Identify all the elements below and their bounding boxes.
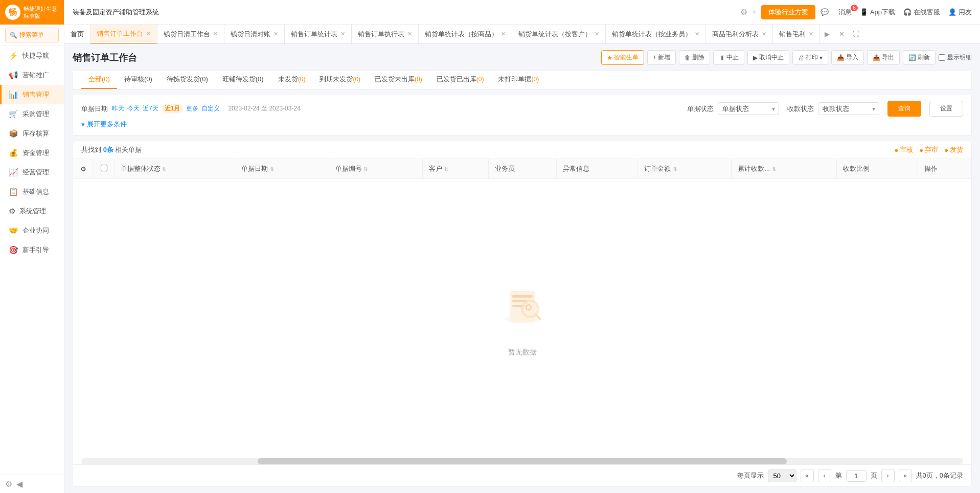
tab-close-all-button[interactable]: ✕	[834, 25, 849, 44]
shortcut-yesterday[interactable]: 昨天	[112, 104, 124, 113]
th-status[interactable]: 单据整体状态 ⇅	[114, 159, 235, 179]
sidebar-item-sales[interactable]: 📊 销售管理	[0, 85, 64, 104]
sidebar-item-enterprise[interactable]: 🤝 企业协同	[0, 221, 64, 240]
th-amount[interactable]: 订单金额 ⇅	[637, 159, 731, 179]
tab-close-reconcile[interactable]: ✕	[274, 31, 278, 37]
th-checkbox[interactable]	[94, 159, 114, 179]
shortcut-7days[interactable]: 近7天	[143, 104, 158, 113]
th-accumulated[interactable]: 累计收款... ⇅	[732, 159, 837, 179]
prev-page-button[interactable]: ‹	[818, 469, 831, 482]
smart-create-button[interactable]: ★ 智能生单	[601, 50, 644, 65]
tab-close-sales-by-staff[interactable]: ✕	[695, 31, 699, 37]
sub-tab-pending-review[interactable]: 待审核(0)	[117, 71, 159, 89]
setting-button[interactable]: 设置	[929, 101, 963, 117]
sidebar-item-guide[interactable]: 🎯 新手引导	[0, 240, 64, 260]
sub-tab-overdue[interactable]: 到期未发货(0)	[312, 71, 368, 89]
message-button[interactable]: 💬 6 消息	[821, 8, 851, 17]
cancel-pause-button[interactable]: ▶ 取消中止	[747, 50, 789, 65]
user-menu-button[interactable]: 👤 用友	[948, 8, 972, 17]
sub-tab-wangpu[interactable]: 旺铺待发货(0)	[215, 71, 271, 89]
export-button[interactable]: 📤 导出	[867, 50, 900, 65]
industry-solution-button[interactable]: 体验行业方案	[761, 5, 815, 19]
status-select[interactable]: 单据状态	[718, 102, 779, 115]
ship-button[interactable]: ● 发货	[944, 145, 963, 154]
scrollbar-thumb[interactable]	[258, 458, 787, 464]
th-customer[interactable]: 客户 ⇅	[422, 159, 488, 179]
sidebar-item-marketing[interactable]: 📢 营销推广	[0, 65, 64, 85]
message-icon: 💬	[821, 8, 829, 16]
approve-button[interactable]: ● 审核	[894, 145, 913, 154]
tab-sales-order[interactable]: 销售订单工作台 ✕	[90, 25, 157, 44]
th-number[interactable]: 单据编号 ⇅	[329, 159, 422, 179]
th-date[interactable]: 单据日期 ⇅	[235, 159, 329, 179]
tab-close-sales-by-customer[interactable]: ✕	[595, 31, 599, 37]
search-icon: 🔍	[10, 32, 17, 39]
search-menu-button[interactable]: 🔍 搜索菜单	[5, 28, 59, 42]
tab-sales-by-product[interactable]: 销货单统计表（按商品） ✕	[419, 25, 512, 44]
status-label: 单据状态	[687, 104, 714, 114]
shortcut-1month[interactable]: 近1月	[162, 104, 184, 114]
tab-reconcile[interactable]: 钱货日清对账 ✕	[224, 25, 285, 44]
expand-filter-button[interactable]: ▾ 展开更多条件	[81, 120, 963, 129]
add-button[interactable]: + 新增	[647, 50, 676, 65]
tab-close-sales-by-product[interactable]: ✕	[501, 31, 506, 37]
tab-close-gross-profit[interactable]: ✕	[762, 31, 766, 37]
first-page-button[interactable]: «	[801, 469, 814, 482]
print-icon: 🖨	[798, 54, 804, 61]
filter-row: 单据日期 昨天 今天 近7天 近1月 更多 自定义 2023-02-24 至 2…	[81, 101, 963, 117]
sub-tab-shipped-not-out[interactable]: 已发货未出库(0)	[368, 71, 429, 89]
sub-tab-not-printed[interactable]: 未打印单据(0)	[491, 71, 546, 89]
unapprove-button[interactable]: ● 弃审	[919, 145, 938, 154]
tab-close-sales-order[interactable]: ✕	[146, 30, 151, 37]
settings-bottom-button[interactable]: ⚙	[5, 479, 12, 489]
tab-close-daily-clear[interactable]: ✕	[213, 31, 218, 37]
collapse-sidebar-button[interactable]: ◀	[16, 479, 22, 489]
shortcut-custom[interactable]: 自定义	[201, 104, 220, 113]
settings-icon[interactable]: ⚙	[740, 7, 747, 17]
shortcut-more[interactable]: 更多	[186, 104, 198, 113]
horizontal-scrollbar[interactable]	[81, 458, 963, 464]
show-detail-input[interactable]	[939, 54, 945, 61]
sidebar-item-quick-nav[interactable]: ⚡ 快捷导航	[0, 46, 64, 65]
tab-scroll-right-button[interactable]: ▶	[820, 25, 834, 44]
tab-gross-profit[interactable]: 商品毛利分析表 ✕	[706, 25, 773, 44]
tab-order-exec[interactable]: 销售订单执行表 ✕	[352, 25, 419, 44]
tab-maximize-button[interactable]: ⛶	[849, 25, 863, 44]
tab-sales-margin[interactable]: 销售毛利 ✕	[773, 25, 820, 44]
tab-close-order-exec[interactable]: ✕	[407, 31, 412, 37]
print-button[interactable]: 🖨 打印 ▾	[792, 50, 828, 65]
page-size-select[interactable]: 50 10 20 100	[768, 469, 796, 482]
tab-close-sales-margin[interactable]: ✕	[809, 31, 813, 37]
sub-tab-pending-pick[interactable]: 待拣货发货(0)	[159, 71, 215, 89]
show-detail-checkbox[interactable]: 显示明细	[939, 53, 972, 62]
sidebar-item-purchase[interactable]: 🛒 采购管理	[0, 104, 64, 124]
refresh-button[interactable]: 🔄 刷新	[903, 50, 936, 65]
query-button[interactable]: 查询	[887, 101, 921, 117]
tab-daily-clear[interactable]: 钱货日清工作台 ✕	[157, 25, 224, 44]
last-page-button[interactable]: »	[899, 469, 912, 482]
tab-home[interactable]: 首页	[64, 25, 90, 44]
pause-button[interactable]: ⏸ 中止	[713, 50, 744, 65]
tab-close-order-stats[interactable]: ✕	[340, 31, 345, 37]
th-settings[interactable]: ⚙	[73, 159, 94, 179]
sidebar-item-inventory[interactable]: 📦 库存核算	[0, 124, 64, 143]
page-number-input[interactable]	[846, 470, 867, 482]
tab-sales-by-customer[interactable]: 销货单统计表（按客户） ✕	[512, 25, 606, 44]
sidebar-item-system[interactable]: ⚙ 系统管理	[0, 201, 64, 221]
sub-tab-all[interactable]: 全部(0)	[81, 71, 117, 89]
select-all-checkbox[interactable]	[101, 165, 107, 171]
tab-order-stats[interactable]: 销售订单统计表 ✕	[285, 25, 352, 44]
payment-select[interactable]: 收款状态	[818, 102, 879, 115]
app-download-button[interactable]: 📱 App下载	[860, 8, 895, 17]
sub-tab-shipped-out[interactable]: 已发货已出库(0)	[429, 71, 491, 89]
online-service-button[interactable]: 🎧 在线客服	[903, 8, 940, 17]
tab-sales-by-staff[interactable]: 销货单统计表（按业务员） ✕	[606, 25, 706, 44]
next-page-button[interactable]: ›	[881, 469, 895, 482]
sidebar-item-basic-info[interactable]: 📋 基础信息	[0, 182, 64, 201]
sidebar-item-finance[interactable]: 💰 资金管理	[0, 143, 64, 163]
shortcut-today[interactable]: 今天	[127, 104, 140, 113]
delete-button[interactable]: 🗑 删除	[679, 50, 710, 65]
import-button[interactable]: 📥 导入	[831, 50, 864, 65]
sidebar-item-operation[interactable]: 📈 经营管理	[0, 163, 64, 182]
sub-tab-unshipped[interactable]: 未发货(0)	[271, 71, 313, 89]
